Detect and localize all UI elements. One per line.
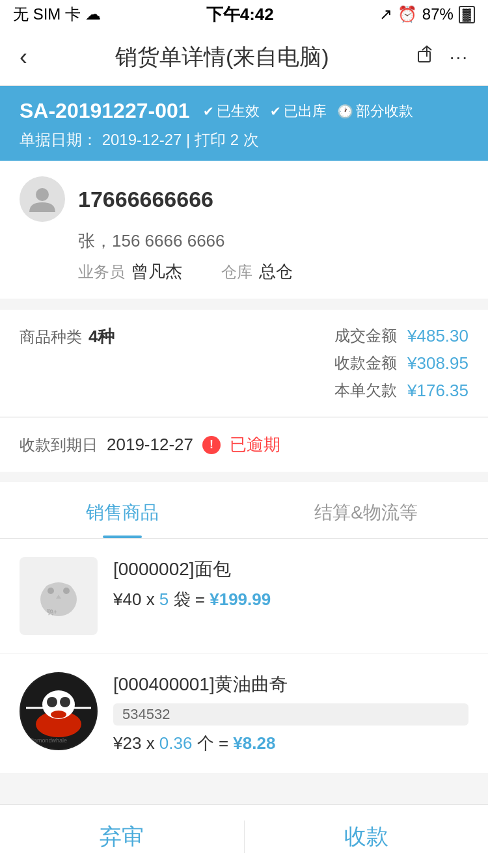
summary-section: 商品种类 4种 成交金额 ¥485.30 收款金额 ¥308.95 本单欠款 ¥… <box>0 310 488 416</box>
product-price-1: ¥40 x 5 袋 = ¥199.99 <box>113 588 468 611</box>
product-thumb-2: diamondwhale <box>20 672 98 750</box>
badge-shipped: ✔ 已出库 <box>270 102 327 121</box>
status-bar: 无 SIM 卡 ☁ 下午4:42 ↗ ⏰ 87% ▓ <box>0 0 488 29</box>
clock-icon: 🕐 <box>337 103 353 119</box>
summary-right: 成交金额 ¥485.30 收款金额 ¥308.95 本单欠款 ¥176.35 <box>334 325 468 401</box>
status-left: 无 SIM 卡 ☁ <box>13 4 101 25</box>
share-icon[interactable] <box>417 45 437 69</box>
nav-bar: ‹ 销货单详情(来自电脑) ··· <box>0 29 488 86</box>
warehouse-name: 总仓 <box>259 260 293 283</box>
product-qty-2: 0.36 <box>159 733 193 753</box>
sales-label: 业务员 <box>78 262 125 282</box>
header-banner: SA-20191227-001 ✔ 已生效 ✔ 已出库 🕐 部分收款 单据日期：… <box>0 86 488 161</box>
due-label: 收款到期日 <box>20 435 98 455</box>
banner-sub: 单据日期： 2019-12-27 | 打印 2 次 <box>20 129 468 150</box>
customer-id: 17666666666 <box>78 187 213 212</box>
types-label: 商品种类 <box>20 327 82 347</box>
tab-underline <box>103 536 142 538</box>
more-icon[interactable]: ··· <box>450 47 468 68</box>
warehouse-label: 仓库 <box>221 262 252 282</box>
summary-left: 商品种类 4种 <box>20 325 115 348</box>
product-sku-2: 534532 <box>113 703 468 726</box>
badge-partial: 🕐 部分收款 <box>337 102 413 121</box>
page-title: 销货单详情(来自电脑) <box>115 42 329 72</box>
owed-label: 本单欠款 <box>334 380 397 401</box>
status-right: ↗ ⏰ 87% ▓ <box>379 5 475 23</box>
product-qty-1: 5 <box>159 590 169 609</box>
collected-label: 收款金额 <box>334 353 397 373</box>
customer-section: 17666666666 张，156 6666 6666 业务员 曾凡杰 仓库 总… <box>0 161 488 299</box>
due-section: 收款到期日 2019-12-27 ! 已逾期 <box>0 417 488 472</box>
svg-text:diamondwhale: diamondwhale <box>29 737 67 744</box>
tab-settlement[interactable]: 结算&物流等 <box>244 482 488 538</box>
check-icon-1: ✔ <box>203 103 214 119</box>
overdue-icon: ! <box>202 436 221 454</box>
customer-contact: 张，156 6666 6666 <box>20 230 468 252</box>
tabs-section: 销售商品 结算&物流等 <box>0 482 488 539</box>
svg-point-2 <box>36 188 49 201</box>
battery: 87% <box>422 5 454 23</box>
sales-name: 曾凡杰 <box>131 260 182 283</box>
sim-status: 无 SIM 卡 ☁ <box>13 4 101 25</box>
check-icon-2: ✔ <box>270 103 281 119</box>
product-thumb-1: 鸮+ <box>20 557 98 635</box>
product-name-2: [000400001]黄油曲奇 <box>113 672 468 697</box>
tab-sales-products[interactable]: 销售商品 <box>0 482 244 538</box>
order-number: SA-20191227-001 <box>20 99 190 123</box>
bottom-bar: 弃审 收款 <box>0 804 488 868</box>
product-price-2: ¥23 x 0.36 个 = ¥8.28 <box>113 732 468 755</box>
owed-value: ¥176.35 <box>407 381 468 401</box>
amount-label: 成交金额 <box>334 325 397 346</box>
product-list: 鸮+ [0000002]面包 ¥40 x 5 袋 = ¥199.99 <box>0 539 488 774</box>
overdue-text: 已逾期 <box>230 433 280 456</box>
svg-point-7 <box>63 588 70 594</box>
product-name-1: [0000002]面包 <box>113 557 468 582</box>
list-item: 鸮+ [0000002]面包 ¥40 x 5 袋 = ¥199.99 <box>0 539 488 654</box>
collected-value: ¥308.95 <box>407 353 468 373</box>
svg-point-13 <box>47 697 57 707</box>
status-badges: ✔ 已生效 ✔ 已出库 🕐 部分收款 <box>203 102 413 121</box>
location-icon: ↗ <box>379 5 392 23</box>
status-time: 下午4:42 <box>206 3 274 26</box>
due-date: 2019-12-27 <box>107 435 193 455</box>
product-total-2: ¥8.28 <box>233 733 275 753</box>
collect-button[interactable]: 收款 <box>245 805 489 868</box>
svg-rect-0 <box>418 51 430 62</box>
product-info-2: [000400001]黄油曲奇 534532 ¥23 x 0.36 个 = ¥8… <box>113 672 468 755</box>
badge-effected: ✔ 已生效 <box>203 102 260 121</box>
product-info-1: [0000002]面包 ¥40 x 5 袋 = ¥199.99 <box>113 557 468 611</box>
amount-value: ¥485.30 <box>407 326 468 346</box>
cancel-button[interactable]: 弃审 <box>0 805 244 868</box>
battery-icon: ▓ <box>459 6 475 23</box>
svg-point-14 <box>60 697 70 707</box>
nav-actions: ··· <box>417 45 468 69</box>
avatar <box>20 176 65 222</box>
svg-text:鸮+: 鸮+ <box>47 608 57 616</box>
back-button[interactable]: ‹ <box>20 44 27 71</box>
list-item: diamondwhale [000400001]黄油曲奇 534532 ¥23 … <box>0 654 488 774</box>
product-total-1: ¥199.99 <box>210 590 271 609</box>
alarm-icon: ⏰ <box>398 5 417 23</box>
svg-point-6 <box>47 588 54 594</box>
svg-point-15 <box>51 711 66 718</box>
types-count: 4种 <box>88 325 115 348</box>
customer-meta: 业务员 曾凡杰 仓库 总仓 <box>20 260 468 283</box>
